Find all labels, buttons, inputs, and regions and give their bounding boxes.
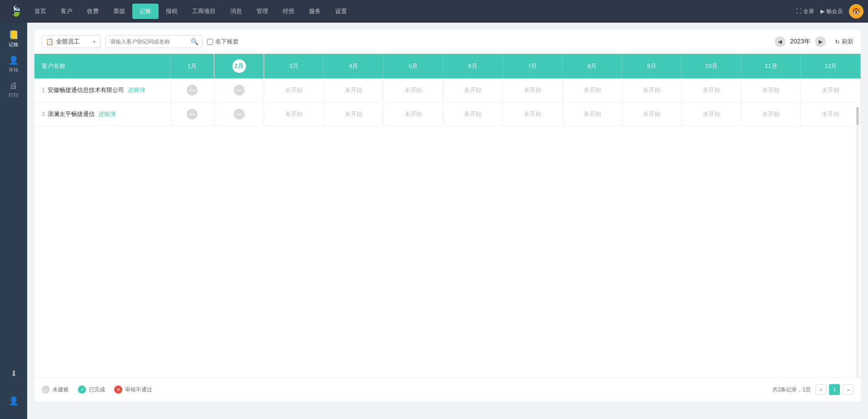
customer-name: 漠澜太平畅捷通信 [48,111,95,117]
scrollbar[interactable] [856,107,859,379]
search-button[interactable]: 🔍 [187,36,202,48]
enter-ledger-link[interactable]: 进账簿 [98,111,116,117]
nav-settings[interactable]: 设置 [328,4,354,19]
col-jul: 7月 [503,54,563,78]
accounting-icon: 📒 [9,30,19,40]
sidebar-bottom: ⬇ 👤 [2,362,25,419]
col-aug: 8月 [562,54,622,78]
refresh-icon: ↻ [835,39,840,45]
search-input[interactable] [106,36,187,47]
col-dec: 12月 [801,54,861,78]
sidebar-item-audit[interactable]: 👤 审核 [2,53,25,76]
legend-not-built: — 未建账 [42,385,69,394]
status-not-started: 未开始 [703,111,720,117]
month-cell-9: 未开始 [622,78,682,102]
download-icon: ⬇ [10,369,17,379]
col-mar: 3月 [264,54,324,78]
next-year-button[interactable]: ▶ [815,36,826,47]
enter-ledger-link[interactable]: 进账簿 [128,87,145,93]
nav-menu: 首页 客户 收费 票据 记账 报税 工商项目 消息 管理 经营 服务 设置 [27,4,796,19]
nav-business[interactable]: 工商项目 [185,4,223,19]
status-not-started: 未开始 [583,87,601,93]
col-jun: 6月 [443,54,503,78]
status-not-started: 未开始 [464,87,482,93]
status-not-started: 未开始 [285,111,303,117]
main-content: 📋 全部员工 ▼ 🔍 名下账套 ◀ 2023年 ▶ ↻ 刷新 [27,23,868,419]
sidebar-user-button[interactable]: 👤 [2,389,25,413]
status-not-started: 未开始 [285,87,303,93]
status-not-built: — [234,109,245,120]
employee-select[interactable]: 📋 全部员工 ▼ [42,35,101,48]
col-apr: 4月 [324,54,384,78]
year-display: 2023年 [790,38,810,46]
content-card: 📋 全部员工 ▼ 🔍 名下账套 ◀ 2023年 ▶ ↻ 刷新 [34,30,861,401]
next-page-button[interactable]: ＞ [843,384,854,395]
my-accounts-label: 名下账套 [215,38,239,46]
month-cell-10: 未开始 [681,102,741,126]
status-not-started: 未开始 [345,87,362,93]
sidebar-accounting-label: 记账 [9,41,19,48]
nav-invoice[interactable]: 票据 [106,4,132,19]
status-not-started: 未开始 [643,87,661,93]
left-sidebar: 📒 记账 👤 审核 🖨 打印 ⬇ 👤 [0,23,27,419]
fullscreen-label: 全屏 [803,8,814,15]
current-page-display: 1 [829,384,840,395]
status-not-built: — [187,85,198,96]
status-not-started: 未开始 [405,87,422,93]
nav-service[interactable]: 服务 [302,4,328,19]
my-accounts-checkbox-label[interactable]: 名下账套 [207,38,239,46]
sidebar-download-button[interactable]: ⬇ [2,362,25,385]
status-not-built: — [234,85,245,96]
dropdown-arrow-icon: ▼ [92,39,96,44]
app-logo: 🍃 [5,0,27,23]
vip-button[interactable]: ▶ 畅会员 [820,8,843,15]
status-not-started: 未开始 [703,87,720,93]
customer-cell: 1安徽畅捷通信息技术有限公司进账簿 [34,78,170,102]
month-cell-4: 未开始 [324,78,384,102]
user-avatar[interactable]: 🐯 [849,4,863,19]
nav-message[interactable]: 消息 [223,4,249,19]
nav-home[interactable]: 首页 [27,4,53,19]
fullscreen-icon: ⛶ [796,8,801,14]
nav-tax[interactable]: 报税 [159,4,185,19]
col-jan: 1月 [170,54,214,78]
legend-completed: ✓ 已完成 [78,385,105,394]
employee-label: 全部员工 [56,38,80,46]
month-cell-3: 未开始 [264,102,324,126]
nav-operation[interactable]: 经营 [275,4,302,19]
prev-page-button[interactable]: ＜ [815,384,826,395]
month-cell-10: 未开始 [681,78,741,102]
month-cell-3: 未开始 [264,78,324,102]
completed-icon: ✓ [78,385,86,394]
fullscreen-button[interactable]: ⛶ 全屏 [796,8,814,15]
col-feb: 2月 [214,54,264,78]
month-cell-7: 未开始 [503,78,563,102]
pagination: 共2条记录，1页 ＜ 1 ＞ [772,384,854,395]
record-info: 共2条记录，1页 [772,386,811,394]
prev-year-button[interactable]: ◀ [775,36,786,47]
top-navigation: 🍃 首页 客户 收费 票据 记账 报税 工商项目 消息 管理 经营 服务 设置 … [0,0,868,23]
refresh-button[interactable]: ↻ 刷新 [835,38,854,46]
nav-fee[interactable]: 收费 [80,4,106,19]
employee-icon: 📋 [46,38,53,45]
month-cell-5: 未开始 [383,102,443,126]
month-cell-11: 未开始 [741,102,801,126]
status-not-started: 未开始 [762,87,780,93]
row-index: 1 [42,87,45,93]
month-cell-11: 未开始 [741,78,801,102]
print-icon: 🖨 [10,81,18,91]
nav-customer[interactable]: 客户 [53,4,80,19]
nav-accounting[interactable]: 记账 [132,4,159,19]
my-accounts-checkbox[interactable] [207,39,213,45]
customer-cell: 2漠澜太平畅捷通信进账簿 [34,102,170,126]
status-not-started: 未开始 [822,111,839,117]
audit-icon: 👤 [9,55,19,65]
nav-manage[interactable]: 管理 [249,4,275,19]
month-cell-6: 未开始 [443,78,503,102]
sidebar-item-accounting[interactable]: 📒 记账 [2,27,25,51]
sidebar-item-print[interactable]: 🖨 打印 [2,78,25,101]
scrollbar-thumb[interactable] [856,107,859,125]
status-not-started: 未开始 [822,87,839,93]
month-cell-6: 未开始 [443,102,503,126]
col-customer-name: 客户名称 [34,54,170,78]
